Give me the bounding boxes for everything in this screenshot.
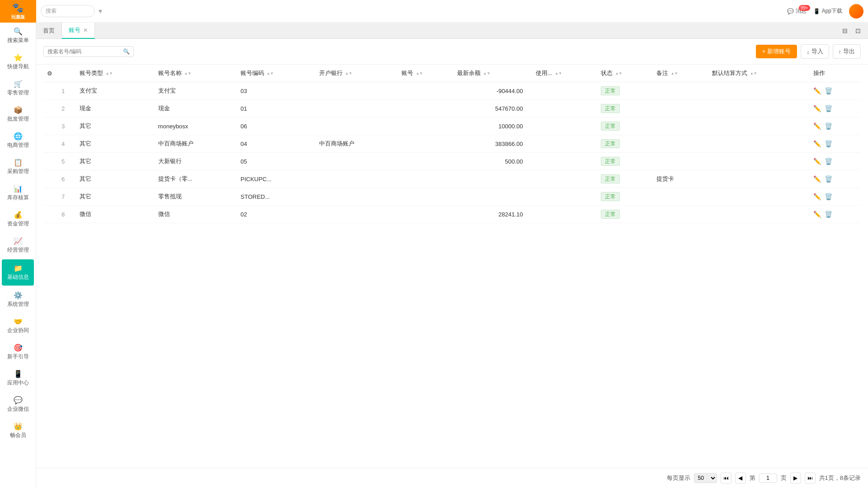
sidebar-item-enterprise-agreement[interactable]: 🤝 企业协同 <box>0 313 36 339</box>
delete-button[interactable]: 🗑️ <box>825 175 832 183</box>
th-settings[interactable]: ⚙ <box>43 65 58 82</box>
cell-bank <box>316 153 398 170</box>
cell-num: 7 <box>58 188 76 206</box>
th-bank[interactable]: 开户银行 ▲▼ <box>316 65 398 82</box>
tab-account[interactable]: 账号 ✕ <box>62 23 95 39</box>
cell-account <box>398 135 453 153</box>
per-page-select[interactable]: 50 100 200 <box>694 473 717 483</box>
sidebar-item-basic-info[interactable]: 📁 基础信息 <box>2 259 34 286</box>
delete-button[interactable]: 🗑️ <box>825 211 832 218</box>
edit-button[interactable]: ✏️ <box>813 175 821 183</box>
sidebar-item-operation-manage[interactable]: 📈 经营管理 <box>0 232 36 258</box>
edit-button[interactable]: ✏️ <box>813 211 821 218</box>
sidebar-item-enterprise-wechat[interactable]: 💬 企业微信 <box>0 391 36 418</box>
sidebar-item-ecommerce-manage[interactable]: 🌐 电商管理 <box>0 127 36 154</box>
th-balance[interactable]: 最新余额 ▲▼ <box>453 65 532 82</box>
delete-button[interactable]: 🗑️ <box>825 193 832 200</box>
edit-button[interactable]: ✏️ <box>813 193 821 200</box>
delete-button[interactable]: 🗑️ <box>825 87 832 94</box>
sidebar-item-inventory[interactable]: 📊 库存核算 <box>0 180 36 206</box>
th-usage[interactable]: 使用... ▲▼ <box>532 65 597 82</box>
prev-page-button[interactable]: ◀ <box>735 473 746 483</box>
last-page-button[interactable]: ⏭ <box>805 473 816 483</box>
delete-button[interactable]: 🗑️ <box>825 122 832 130</box>
cell-code: 05 <box>237 153 316 170</box>
delete-button[interactable]: 🗑️ <box>825 105 832 112</box>
tab-minimize-button[interactable]: ⊟ <box>840 25 850 36</box>
sidebar-item-shortcut[interactable]: ⭐ 快捷导航 <box>0 49 36 75</box>
edit-button[interactable]: ✏️ <box>813 122 821 130</box>
sidebar-item-app-center[interactable]: 📱 应用中心 <box>0 365 36 391</box>
delete-button[interactable]: 🗑️ <box>825 158 832 165</box>
cell-status: 正常 <box>597 170 653 188</box>
page-suffix: 页 <box>781 474 787 482</box>
cell-actions: ✏️ 🗑️ <box>810 117 861 135</box>
purchase-manage-icon: 📋 <box>14 158 23 167</box>
app-logo: 🐾 玩惠版 <box>0 0 36 23</box>
app-download-icon: 📱 <box>813 8 820 14</box>
delete-button[interactable]: 🗑️ <box>825 140 832 147</box>
import-button[interactable]: ↓ 导入 <box>801 44 829 59</box>
th-note[interactable]: 备注 ▲▼ <box>653 65 708 82</box>
cell-account <box>398 153 453 170</box>
th-num <box>58 65 76 82</box>
cell-type: 支付宝 <box>76 82 155 100</box>
cell-num: 1 <box>58 82 76 100</box>
th-default-settle[interactable]: 默认结算方式 ▲▼ <box>708 65 810 82</box>
add-account-button[interactable]: + 新增账号 <box>756 45 797 58</box>
cell-default-settle <box>708 117 810 135</box>
tab-home[interactable]: 首页 <box>36 23 62 39</box>
th-status-sort: ▲▼ <box>615 71 623 75</box>
app-download-button[interactable]: 📱 App下载 <box>813 7 842 15</box>
th-type[interactable]: 账号类型 ▲▼ <box>76 65 155 82</box>
sidebar-item-newbie-guide[interactable]: 🎯 新手引导 <box>0 339 36 365</box>
content-toolbar: 🔍 + 新增账号 ↓ 导入 ↑ 导出 <box>36 39 868 65</box>
sidebar: 🐾 玩惠版 🔍 搜索菜单 ⭐ 快捷导航 🛒 零售管理 📦 批发管理 🌐 电商管理… <box>0 0 36 488</box>
th-account[interactable]: 账号 ▲▼ <box>398 65 453 82</box>
tab-account-close[interactable]: ✕ <box>83 27 88 33</box>
edit-button[interactable]: ✏️ <box>813 140 821 147</box>
cell-default-settle <box>708 206 810 223</box>
sidebar-item-membership[interactable]: 👑 畅会员 <box>0 418 36 444</box>
edit-button[interactable]: ✏️ <box>813 158 821 165</box>
edit-button[interactable]: ✏️ <box>813 105 821 112</box>
cell-account <box>398 206 453 223</box>
cell-type: 其它 <box>76 135 155 153</box>
th-name[interactable]: 账号名称 ▲▼ <box>155 65 237 82</box>
sidebar-item-purchase-manage[interactable]: 📋 采购管理 <box>0 154 36 180</box>
cell-balance: -90444.00 <box>453 82 532 100</box>
sidebar-item-retail-manage[interactable]: 🛒 零售管理 <box>0 75 36 101</box>
total-label: 共1页，8条记录 <box>819 474 861 482</box>
cell-code: STORED... <box>237 188 316 206</box>
cell-balance <box>453 170 532 188</box>
sidebar-item-system-manage[interactable]: ⚙️ 系统管理 <box>0 286 36 313</box>
message-button[interactable]: 💬 消息 99+ <box>787 7 807 15</box>
search-input-wrap[interactable]: 🔍 <box>43 46 134 57</box>
th-code[interactable]: 账号编码 ▲▼ <box>237 65 316 82</box>
cell-status: 正常 <box>597 206 653 223</box>
export-button[interactable]: ↑ 导出 <box>833 44 861 59</box>
th-status[interactable]: 状态 ▲▼ <box>597 65 653 82</box>
newbie-guide-icon: 🎯 <box>14 343 23 352</box>
first-page-button[interactable]: ⏮ <box>721 473 731 483</box>
cell-type: 现金 <box>76 100 155 117</box>
operation-manage-icon: 📈 <box>14 237 23 245</box>
tab-maximize-button[interactable]: ⊡ <box>853 25 863 36</box>
cell-settings <box>43 82 58 100</box>
table-row: 8 微信 微信 02 28241.10 正常 ✏️ 🗑️ <box>43 206 861 223</box>
edit-button[interactable]: ✏️ <box>813 87 821 94</box>
sidebar-item-finance-manage[interactable]: 💰 资金管理 <box>0 206 36 232</box>
cell-code: 04 <box>237 135 316 153</box>
cell-settings <box>43 206 58 223</box>
sidebar-item-search-menu[interactable]: 🔍 搜索菜单 <box>0 23 36 49</box>
page-input[interactable] <box>759 474 777 483</box>
sidebar-item-wholesale-manage[interactable]: 📦 批发管理 <box>0 101 36 127</box>
finance-manage-icon: 💰 <box>14 211 23 219</box>
user-avatar[interactable] <box>849 4 863 19</box>
topbar-dropdown-icon[interactable]: ▾ <box>99 7 102 15</box>
next-page-button[interactable]: ▶ <box>790 473 801 483</box>
th-note-sort: ▲▼ <box>671 71 678 75</box>
search-input[interactable] <box>47 48 123 55</box>
cell-usage <box>532 117 597 135</box>
topbar-search[interactable]: 搜索 <box>41 5 95 17</box>
